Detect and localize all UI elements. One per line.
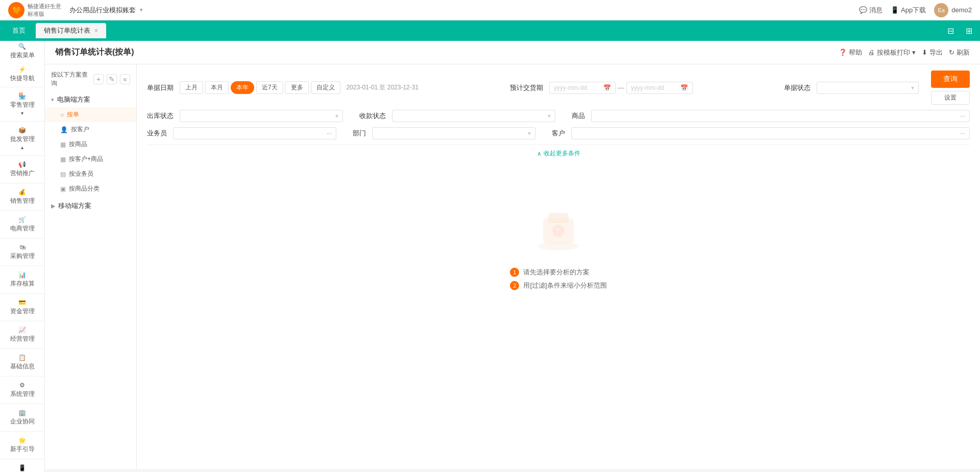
sidebar-item-enterprise[interactable]: 🏢 企业协同 — [0, 404, 44, 432]
tip-num-1: 1 — [510, 268, 519, 277]
scheme-panel-icons: + ✎ « — [93, 74, 130, 84]
user-avatar-btn[interactable]: Ea demo2 — [934, 3, 972, 17]
operation-icon: 📈 — [18, 326, 26, 334]
date-btn-more[interactable]: 更多 — [285, 81, 309, 94]
finance-icon: 💳 — [18, 299, 26, 306]
sidebar-search-btn[interactable]: 🔍 搜索菜单 — [0, 41, 44, 62]
template-print-btn[interactable]: 🖨 按模板打印 ▾ — [868, 48, 916, 57]
date-btn-group: 上月 本月 本年 近7天 更多 自定义 — [180, 81, 340, 94]
department-select[interactable]: ▾ — [372, 127, 535, 139]
chevron-down-icon: ▾ — [21, 110, 23, 116]
customer-icon: 👤 — [60, 126, 68, 133]
app-download-btn[interactable]: 📱 App下载 — [891, 6, 926, 15]
expected-delivery-label: 预计交货期 — [510, 83, 543, 92]
page-actions: ❓ 帮助 🖨 按模板打印 ▾ ⬇ 导出 ↻ 刷新 — [839, 48, 970, 57]
refresh-btn[interactable]: ↻ 刷新 — [949, 48, 970, 57]
sidebar-item-basic[interactable]: 📋 基础信息 — [0, 349, 44, 376]
page-header: 销售订单统计表(按单) ❓ 帮助 🖨 按模板打印 ▾ ⬇ 导出 ↻ 刷新 — [45, 41, 980, 64]
empty-illustration: ? — [528, 203, 589, 255]
expected-date-start-input[interactable]: yyyy-mm-dd 📅 — [549, 82, 616, 94]
customer-select[interactable]: ··· — [571, 127, 970, 139]
svg-rect-2 — [548, 213, 569, 223]
sidebar-item-finance[interactable]: 💳 资金管理 — [0, 294, 44, 321]
date-btn-this-month[interactable]: 本月 — [205, 81, 229, 94]
filter-row-3: 业务员 ··· 部门 ▾ 客户 ··· — [137, 127, 980, 145]
shipment-status-select[interactable]: ▾ — [180, 110, 343, 122]
department-dropdown-icon: ▾ — [528, 130, 531, 137]
sales-icon: 💰 — [18, 188, 26, 196]
print-icon: 🖨 — [868, 49, 875, 56]
scheme-item-by-product[interactable]: ▦ 按商品 — [45, 137, 136, 152]
sidebar-item-newguide[interactable]: 🌟 新手引导 — [0, 432, 44, 459]
message-btn[interactable]: 💬 消息 — [859, 6, 883, 15]
sidebar-item-purchase[interactable]: 🛍 采购管理 — [0, 239, 44, 266]
scheme-section-pc-title[interactable]: ▾ 电脑端方案 — [45, 92, 136, 107]
sidebar-item-marketing[interactable]: 📢 营销推广 — [0, 156, 44, 183]
message-icon: 💬 — [859, 6, 867, 14]
app-title-dropdown-icon[interactable]: ▾ — [140, 7, 143, 13]
sidebar-item-appcenter[interactable]: 📱 应用中心 — [0, 459, 44, 472]
date-btn-last-month[interactable]: 上月 — [180, 81, 203, 94]
query-button[interactable]: 查询 — [931, 70, 970, 88]
minimize-icon[interactable]: ⊟ — [943, 23, 958, 38]
date-btn-last7days[interactable]: 近7天 — [256, 81, 283, 94]
tab-home[interactable]: 首页 — [4, 23, 34, 38]
filter-row-2: 出库状态 ▾ 收款状态 ▾ 商品 ··· — [137, 110, 980, 127]
sidebar-item-operation[interactable]: 📈 经营管理 — [0, 321, 44, 349]
filter-row-1: 单据日期 上月 本月 本年 近7天 更多 自定义 2023-01-01 至 20… — [137, 64, 980, 110]
collapse-btn[interactable]: ∧ 收起更多条件 — [137, 145, 980, 162]
chevron-down-icon: ▾ — [51, 97, 54, 103]
chevron-right-icon: ▶ — [51, 203, 55, 209]
tab-close-icon[interactable]: × — [94, 27, 98, 34]
salesman-more-icon[interactable]: ··· — [327, 130, 332, 137]
page-title: 销售订单统计表(按单) — [55, 47, 134, 58]
edit-scheme-icon[interactable]: ✎ — [107, 74, 117, 84]
sidebar-item-system[interactable]: ⚙ 系统管理 — [0, 376, 44, 404]
order-status-label: 单据状态 — [784, 83, 811, 92]
maximize-icon[interactable]: ⊞ — [962, 23, 976, 38]
setting-button[interactable]: 设置 — [931, 91, 970, 105]
scheme-panel: 按以下方案查询 + ✎ « ▾ 电脑端方案 ○ 按单 — [45, 64, 137, 469]
scheme-item-by-category[interactable]: ▣ 按商品分类 — [45, 181, 136, 196]
sidebar-item-sales[interactable]: 💰 销售管理 — [0, 183, 44, 211]
collapse-scheme-icon[interactable]: « — [120, 74, 130, 84]
customer-more-icon[interactable]: ··· — [960, 130, 965, 137]
product-select[interactable]: ··· — [591, 110, 970, 122]
collection-status-select[interactable]: ▾ — [392, 110, 555, 122]
expected-date-end-input[interactable]: yyyy-mm-dd 📅 — [626, 82, 693, 94]
scheme-section-mobile-title[interactable]: ▶ 移动端方案 — [45, 198, 136, 214]
tip-num-2: 2 — [510, 281, 519, 290]
logo-text: 畅捷通好生意 标准版 — [28, 3, 61, 17]
empty-tip-2: 2 用[过滤]条件来缩小分析范围 — [510, 281, 606, 290]
sidebar-item-wholesale[interactable]: 📦 批发管理 ▴ — [0, 122, 44, 156]
sidebar-item-retail[interactable]: 🏪 零售管理 ▾ — [0, 87, 44, 122]
sidebar-item-inventory[interactable]: 📊 库存核算 — [0, 266, 44, 294]
add-scheme-icon[interactable]: + — [93, 74, 104, 84]
salesman-select[interactable]: ··· — [173, 127, 336, 139]
scheme-item-by-order[interactable]: ○ 按单 — [45, 107, 136, 122]
sidebar-item-ecommerce[interactable]: 🛒 电商管理 — [0, 211, 44, 239]
date-btn-this-year[interactable]: 本年 — [231, 81, 254, 94]
ecommerce-icon: 🛒 — [18, 216, 26, 223]
marketing-icon: 📢 — [18, 161, 26, 168]
help-btn[interactable]: ❓ 帮助 — [839, 48, 862, 57]
collection-status-label: 收款状态 — [359, 111, 386, 121]
date-btn-custom[interactable]: 自定义 — [311, 81, 340, 94]
calendar-start-icon: 📅 — [603, 84, 611, 91]
print-dropdown-icon: ▾ — [912, 49, 916, 56]
inventory-icon: 📊 — [18, 271, 26, 278]
export-btn[interactable]: ⬇ 导出 — [922, 48, 943, 57]
nav-icon: ⚡ — [18, 66, 26, 73]
tab-active[interactable]: 销售订单统计表 × — [36, 23, 106, 38]
scheme-item-by-customer[interactable]: 👤 按客户 — [45, 122, 136, 137]
scheme-item-by-customer-product[interactable]: ▦ 按客户+商品 — [45, 152, 136, 167]
tab-bar-right: ⊟ ⊞ — [943, 23, 976, 38]
product-more-icon[interactable]: ··· — [960, 112, 965, 120]
empty-tips: 1 请先选择要分析的方案 2 用[过滤]条件来缩小分析范围 — [510, 268, 606, 290]
sidebar-quick-nav-btn[interactable]: ⚡ 快捷导航 — [0, 62, 44, 87]
category-icon: ▣ — [60, 185, 66, 193]
scheme-item-by-salesman[interactable]: ▤ 按业务员 — [45, 167, 136, 181]
sidebar: 🔍 搜索菜单 ⚡ 快捷导航 🏪 零售管理 ▾ 📦 批发管理 ▴ 📢 营销推广 💰… — [0, 41, 45, 472]
order-status-select[interactable]: ▾ — [817, 82, 919, 94]
product-icon: ▦ — [60, 141, 66, 148]
